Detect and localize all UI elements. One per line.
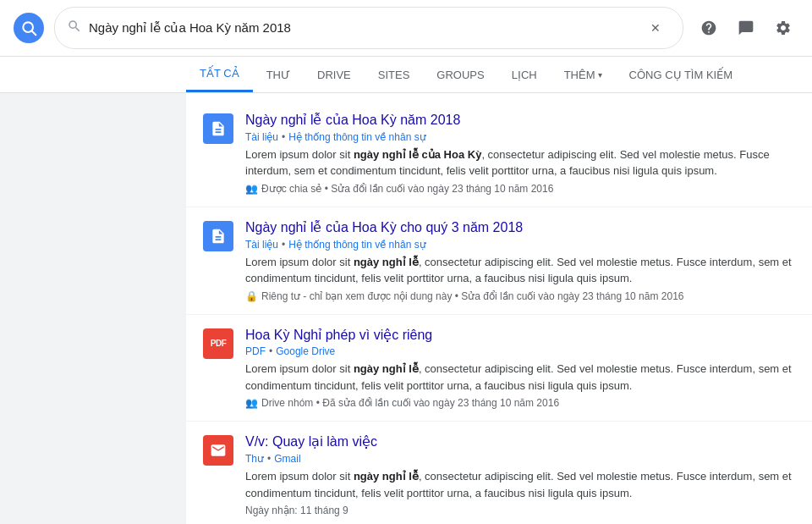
source-separator: • [282, 131, 285, 143]
result-title[interactable]: Ngày nghỉ lễ của Hoa Kỳ năm 2018 [245, 112, 795, 130]
result-snippet: Lorem ipsum dolor sit ngày nghỉ lễ, cons… [245, 361, 795, 394]
help-button[interactable] [694, 13, 724, 43]
settings-button[interactable] [768, 13, 798, 43]
meta-text: Drive nhóm • Đã sửa đổi lần cuối vào ngà… [261, 397, 559, 409]
tab-groups[interactable]: GROUPS [423, 58, 497, 91]
pdf-icon: PDF [203, 328, 233, 359]
chevron-down-icon: ▾ [598, 70, 602, 80]
tab-sites[interactable]: SITES [365, 58, 424, 91]
source-type[interactable]: Thư [245, 453, 264, 465]
result-meta: Ngày nhận: 11 tháng 9 [245, 505, 795, 516]
search-icon [67, 19, 82, 37]
result-snippet: Lorem ipsum dolor sit ngày nghỉ lễ, cons… [245, 254, 795, 287]
clear-button[interactable]: ✕ [640, 13, 671, 43]
search-bar: ✕ [54, 7, 683, 49]
table-row: V/v: Quay lại làm việc Thư • Gmail Lorem… [186, 422, 812, 524]
meta-text: Được chia sẻ • Sửa đổi lần cuối vào ngày… [261, 183, 553, 195]
table-row: PDF Hoa Kỳ Nghỉ phép vì việc riêng PDF •… [186, 315, 812, 422]
result-snippet: Lorem ipsum dolor sit ngày nghỉ lễ, cons… [245, 468, 795, 501]
result-source: Thư • Gmail [245, 453, 795, 465]
source-separator: • [267, 453, 271, 465]
meta-text: Ngày nhận: 11 tháng 9 [245, 505, 348, 516]
group-icon: 👥 [245, 397, 258, 409]
source-separator: • [269, 345, 272, 357]
sidebar [0, 93, 186, 524]
result-body: Ngày nghỉ lễ của Hoa Kỳ cho quý 3 năm 20… [245, 219, 795, 302]
source-name[interactable]: Hệ thống thông tin về nhân sự [288, 131, 425, 143]
source-name[interactable]: Google Drive [276, 345, 335, 357]
feedback-button[interactable] [731, 13, 761, 43]
tab-all[interactable]: TẤT CẢ [186, 57, 253, 92]
header-actions [694, 13, 798, 43]
results-list: Ngày nghỉ lễ của Hoa Kỳ năm 2018 Tài liệ… [186, 93, 812, 524]
meta-text: Riêng tư - chỉ bạn xem được nội dung này… [261, 290, 683, 302]
tab-calendar[interactable]: LỊCH [498, 58, 551, 91]
search-input[interactable] [89, 21, 634, 36]
gmail-icon [203, 435, 233, 466]
result-source: PDF • Google Drive [245, 345, 795, 357]
source-type[interactable]: Tài liệu [245, 239, 278, 251]
meta-icon: 👥 [245, 183, 258, 195]
result-meta: 👥 Drive nhóm • Đã sửa đổi lần cuối vào n… [245, 397, 795, 409]
result-meta: 🔒 Riêng tư - chỉ bạn xem được nội dung n… [245, 290, 795, 302]
lock-icon: 🔒 [245, 290, 258, 302]
result-body: Ngày nghỉ lễ của Hoa Kỳ năm 2018 Tài liệ… [245, 112, 795, 195]
table-row: Ngày nghỉ lễ của Hoa Kỳ năm 2018 Tài liệ… [186, 100, 812, 207]
doc-icon [203, 113, 233, 144]
header: ✕ [0, 0, 812, 57]
result-snippet: Lorem ipsum dolor sit ngày nghỉ lễ của H… [245, 146, 795, 179]
table-row: Ngày nghỉ lễ của Hoa Kỳ cho quý 3 năm 20… [186, 207, 812, 315]
result-title[interactable]: Hoa Kỳ Nghỉ phép vì việc riêng [245, 327, 795, 345]
tab-search-tools[interactable]: CÔNG CỤ TÌM KIẾM [616, 58, 746, 91]
result-source: Tài liệu • Hệ thống thông tin về nhân sự [245, 131, 795, 143]
doc-icon [203, 221, 233, 251]
tab-mail[interactable]: THƯ [253, 58, 304, 91]
app-logo [14, 13, 44, 43]
result-title[interactable]: Ngày nghỉ lễ của Hoa Kỳ cho quý 3 năm 20… [245, 219, 795, 237]
content: Ngày nghỉ lễ của Hoa Kỳ năm 2018 Tài liệ… [0, 93, 812, 524]
source-type[interactable]: PDF [245, 345, 266, 357]
result-meta: 👥 Được chia sẻ • Sửa đổi lần cuối vào ng… [245, 183, 795, 195]
source-type[interactable]: Tài liệu [245, 131, 278, 143]
result-body: V/v: Quay lại làm việc Thư • Gmail Lorem… [245, 433, 795, 516]
source-name[interactable]: Hệ thống thông tin về nhân sự [288, 239, 425, 251]
result-body: Hoa Kỳ Nghỉ phép vì việc riêng PDF • Goo… [245, 327, 795, 410]
tab-more[interactable]: THÊM ▾ [551, 58, 616, 91]
source-name[interactable]: Gmail [274, 453, 300, 465]
tab-drive[interactable]: DRIVE [304, 58, 365, 91]
result-title[interactable]: V/v: Quay lại làm việc [245, 433, 795, 451]
source-separator: • [282, 239, 285, 251]
nav-tabs: TẤT CẢ THƯ DRIVE SITES GROUPS LỊCH THÊM … [0, 57, 812, 93]
svg-line-1 [32, 31, 36, 36]
result-source: Tài liệu • Hệ thống thông tin về nhân sự [245, 239, 795, 251]
